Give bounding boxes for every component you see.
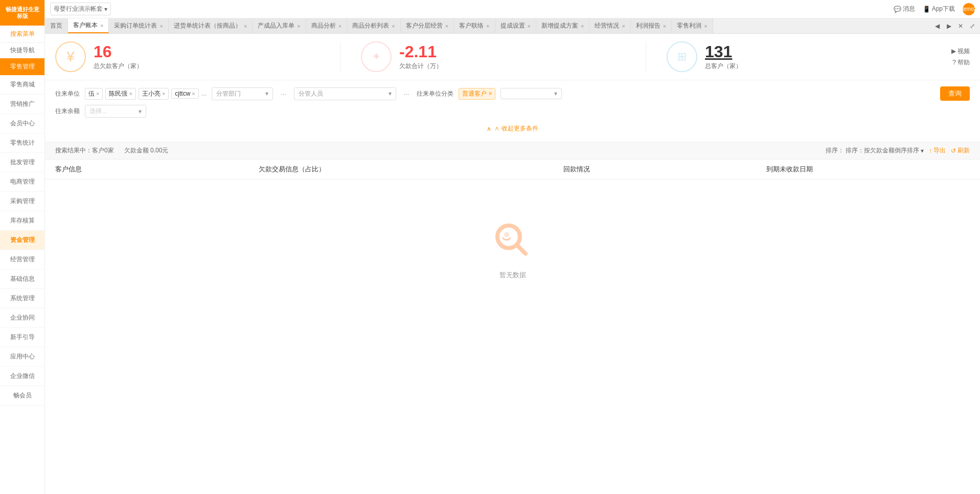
sidebar-item-marketing[interactable]: 营销推广 <box>0 95 44 114</box>
avatar[interactable]: demo2 <box>963 3 975 15</box>
sidebar: 畅捷通好生意 标版 搜索菜单 快捷导航 零售管理 零售商城 营销推广 会员中心 … <box>0 0 45 494</box>
tab-expand-btn[interactable]: ⤢ <box>967 21 977 31</box>
sidebar-item-inventory[interactable]: 库存核算 <box>0 211 44 231</box>
filter-row-1: 往来单位 伍 × 陈民强 × 王小亮 × <box>55 86 970 101</box>
svg-point-2 <box>504 232 509 237</box>
help-btn[interactable]: ? 帮助 <box>952 58 970 67</box>
sidebar-item-guide[interactable]: 新手引导 <box>0 328 44 347</box>
tab-business-status[interactable]: 经营情况 × <box>589 18 630 33</box>
sidebar-item-app-center[interactable]: 应用中心 <box>0 347 44 367</box>
tab-home[interactable]: 首页 <box>45 18 68 33</box>
sidebar-item-finance[interactable]: 资金管理 <box>0 231 44 250</box>
play-icon: ▶ <box>951 48 956 55</box>
tab-customer-contact[interactable]: 客户联络 × <box>454 18 495 33</box>
sidebar-item-operation[interactable]: 经营管理 <box>0 250 44 270</box>
close-icon[interactable]: × <box>159 23 163 29</box>
messages-btn[interactable]: 💬 消息 <box>894 5 915 13</box>
tab-new-commission[interactable]: 新增提成方案 × <box>536 18 589 33</box>
account-name: 母婴行业演示帐套 <box>54 5 103 13</box>
close-icon[interactable]: × <box>100 23 103 29</box>
person-dots-btn[interactable]: ··· <box>401 90 412 98</box>
sidebar-item-ecommerce[interactable]: 电商管理 <box>0 172 44 192</box>
close-icon[interactable]: × <box>581 23 584 29</box>
refresh-btn[interactable]: ↺ 刷新 <box>951 146 970 155</box>
amount-number: -2.11 <box>399 43 442 60</box>
sort-select[interactable]: 排序： 排序：按欠款金额倒序排序 ▾ <box>826 146 924 155</box>
close-icon[interactable]: × <box>297 23 300 29</box>
close-icon[interactable]: × <box>338 23 341 29</box>
unit-tag-wang[interactable]: 王小亮 × <box>139 88 169 100</box>
sidebar-item-system[interactable]: 系统管理 <box>0 289 44 308</box>
sidebar-item-member[interactable]: 会员中心 <box>0 114 44 133</box>
unit-class-select[interactable]: ▾ <box>500 88 562 99</box>
remove-wang-icon[interactable]: × <box>162 91 165 97</box>
tab-prev-btn[interactable]: ◀ <box>932 21 942 31</box>
unit-tag-chen[interactable]: 陈民强 × <box>105 88 135 100</box>
sidebar-item-retail-stats[interactable]: 零售统计 <box>0 133 44 153</box>
query-button[interactable]: 查询 <box>940 86 970 101</box>
more-tags-btn[interactable]: ... <box>201 90 207 97</box>
customers-number: 16 <box>94 43 143 60</box>
tab-production[interactable]: 产成品入库单 × <box>253 18 306 33</box>
close-icon[interactable]: × <box>445 23 448 29</box>
sidebar-quick-nav[interactable]: 快捷导航 <box>0 43 44 58</box>
top-header: 母婴行业演示帐套 ▾ 💬 消息 📱 App下载 demo2 <box>45 0 980 18</box>
export-btn[interactable]: ↑ 导出 <box>929 146 946 155</box>
close-icon[interactable]: × <box>486 23 489 29</box>
tab-purchase-order[interactable]: 采购订单统计表 × <box>109 18 168 33</box>
person-select[interactable]: 分管人员 ▾ <box>294 87 396 100</box>
tab-product-analysis[interactable]: 商品分析 × <box>306 18 347 33</box>
balance-chevron-icon: ▾ <box>139 108 142 115</box>
sidebar-item-wechat[interactable]: 企业微信 <box>0 367 44 386</box>
tab-product-list[interactable]: 商品分析列表 × <box>347 18 400 33</box>
unit-tag-cjttcw[interactable]: cjttcw × <box>171 88 198 99</box>
unit-class-tag-group: 普通客户 × <box>459 88 495 100</box>
message-icon: 💬 <box>894 6 901 13</box>
svg-line-1 <box>517 245 526 254</box>
dept-select[interactable]: 分管部门 ▾ <box>212 87 273 100</box>
tab-profit-report[interactable]: 利润报告 × <box>631 18 672 33</box>
sidebar-zero-retail-section[interactable]: 零售管理 <box>0 58 44 75</box>
tab-purchase-stats[interactable]: 进货单统计表（按商品） × <box>169 18 253 33</box>
empty-state: 暂无数据 <box>45 179 980 321</box>
unit-class-selected-tag[interactable]: 普通客户 × <box>459 88 495 100</box>
sidebar-item-purchase[interactable]: 采购管理 <box>0 192 44 211</box>
collapse-icon: ∧ <box>487 125 491 132</box>
remove-chen-icon[interactable]: × <box>129 91 132 97</box>
results-text: 搜索结果中：客户0家 <box>55 146 114 155</box>
dept-dots-btn[interactable]: ··· <box>278 90 289 98</box>
sidebar-item-basic-info[interactable]: 基础信息 <box>0 270 44 289</box>
chevron-down-icon: ▾ <box>104 6 107 13</box>
close-icon[interactable]: × <box>244 23 247 29</box>
close-icon[interactable]: × <box>704 23 707 29</box>
tab-commission-settings[interactable]: 提成设置 × <box>495 18 536 33</box>
logo: 畅捷通好生意 标版 <box>0 0 44 26</box>
tab-close-all-btn[interactable]: ✕ <box>955 21 966 31</box>
results-amount: 欠款金额 0.00元 <box>124 146 169 155</box>
account-dropdown[interactable]: 母婴行业演示帐套 ▾ <box>50 3 111 15</box>
tab-customer-layering[interactable]: 客户分层经营 × <box>401 18 454 33</box>
remove-class-icon[interactable]: × <box>488 90 492 97</box>
table-header: 客户信息 欠款交易信息（占比） 回款情况 到期未收款日期 <box>45 160 980 179</box>
tab-next-btn[interactable]: ▶ <box>944 21 954 31</box>
sidebar-item-wholesale[interactable]: 批发管理 <box>0 153 44 172</box>
app-download-btn[interactable]: 📱 App下载 <box>923 5 955 13</box>
stats-bar: ¥ 16 总欠款客户（家） ✦ -2.11 欠款合计（万） <box>45 34 980 80</box>
close-icon[interactable]: × <box>392 23 395 29</box>
sidebar-item-retail-mall[interactable]: 零售商城 <box>0 75 44 95</box>
collapse-btn[interactable]: ∧ ∧ 收起更多条件 <box>55 122 970 136</box>
sidebar-item-vip[interactable]: 畅会员 <box>0 386 44 406</box>
unit-tag-wu[interactable]: 伍 × <box>85 88 103 100</box>
remove-wu-icon[interactable]: × <box>96 91 99 97</box>
tab-bar: 首页 客户账本 × 采购订单统计表 × 进货单统计表（按商品） × 产成品入库单… <box>45 18 980 34</box>
video-btn[interactable]: ▶ 视频 <box>951 47 970 56</box>
balance-select[interactable]: 选择... ▾ <box>85 105 146 118</box>
close-icon[interactable]: × <box>663 23 666 29</box>
close-icon[interactable]: × <box>528 23 531 29</box>
sidebar-item-enterprise[interactable]: 企业协同 <box>0 308 44 328</box>
remove-cjttcw-icon[interactable]: × <box>192 91 195 97</box>
close-icon[interactable]: × <box>622 23 625 29</box>
tab-customer-ledger[interactable]: 客户账本 × <box>68 18 109 33</box>
sidebar-search[interactable]: 搜索菜单 <box>0 26 44 43</box>
tab-retail-profit[interactable]: 零售利润 × <box>672 18 713 33</box>
